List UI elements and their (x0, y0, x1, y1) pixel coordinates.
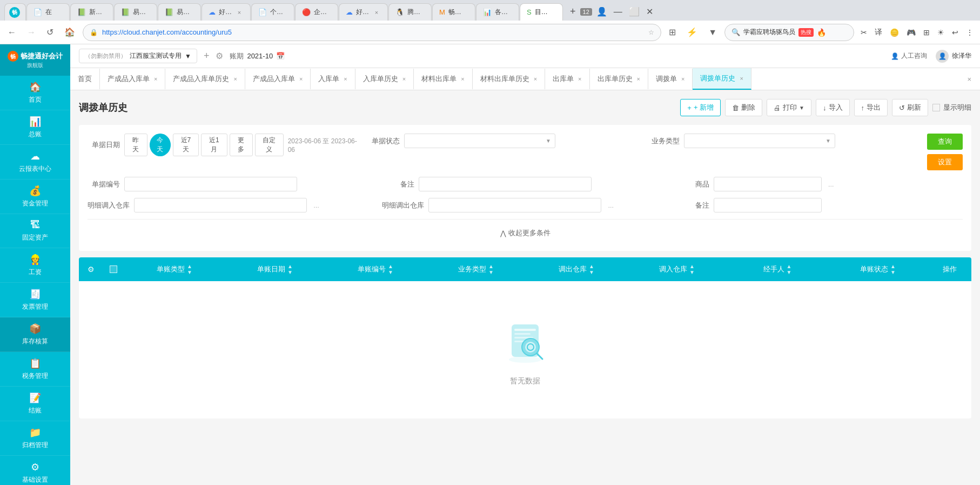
dropdown-button[interactable]: ▼ (705, 25, 720, 39)
translate-tool[interactable]: 译 (872, 25, 884, 39)
month-btn[interactable]: 近1月 (201, 134, 227, 156)
th-out-warehouse[interactable]: 调出仓库 ▲▼ (526, 263, 627, 275)
page-tab-out[interactable]: 出库单 × (545, 69, 589, 89)
browser-tab-3[interactable]: 📗 易… (114, 3, 157, 21)
page-tab-product-in-history[interactable]: 产成品入库单历史 × (165, 69, 245, 89)
browser-tab-10[interactable]: M 畅… (432, 3, 475, 21)
th-doc-status[interactable]: 单账状态 ▲▼ (828, 263, 928, 275)
goods-more-icon[interactable]: … (828, 181, 834, 188)
grid-tool[interactable]: ⊞ (921, 26, 932, 39)
sidebar-item-inventory[interactable]: 📦 库存核算 (0, 317, 70, 352)
page-tab-home[interactable]: 首页 (70, 69, 100, 89)
user-info[interactable]: 👤 徐泽华 (936, 50, 971, 63)
sidebar-item-salary[interactable]: 👷 工资 (0, 248, 70, 283)
page-tab-product-in2[interactable]: 产成品入库单 × (245, 69, 311, 89)
tab-close-8[interactable]: × (372, 8, 381, 17)
delete-button[interactable]: 🗑 删除 (725, 99, 762, 116)
tab-close-product-in[interactable]: × (154, 76, 157, 82)
home-button[interactable]: 🏠 (61, 25, 78, 39)
new-tab-button[interactable]: + (568, 5, 578, 18)
display-checkbox[interactable] (932, 104, 940, 111)
query-button[interactable]: 查询 (927, 134, 963, 150)
status-select[interactable] (404, 134, 555, 148)
tab-close-out-history[interactable]: × (637, 76, 640, 82)
sidebar-item-home[interactable]: 🏠 首页 (0, 76, 70, 110)
tab-count-badge[interactable]: 12 (580, 8, 592, 16)
org-selector[interactable]: （勿删勿禁用） 江西服宝测试专用 ▼ (79, 49, 197, 63)
page-tab-transfer[interactable]: 调拨单 × (648, 69, 693, 89)
new-button[interactable]: + + 新增 (680, 99, 721, 116)
detail-note-input[interactable] (714, 198, 822, 212)
more-btn[interactable]: 更多 (230, 134, 253, 156)
tab-nav-close[interactable]: × (963, 71, 976, 88)
extensions-button[interactable]: ⊞ (666, 25, 679, 39)
sidebar-item-ledger[interactable]: 📊 总账 (0, 110, 70, 145)
browser-tab-1[interactable]: 📄 在 (26, 3, 70, 21)
cut-tool[interactable]: ✂ (858, 26, 869, 39)
add-org-button[interactable]: + (204, 50, 210, 62)
biztype-select[interactable] (684, 134, 835, 148)
minimize-button[interactable]: — (612, 6, 625, 18)
game-tool[interactable]: 🎮 (904, 26, 918, 39)
browser-tab-6[interactable]: 📄 个… (251, 3, 294, 21)
browser-tab-2[interactable]: 📗 新… (70, 3, 113, 21)
settings-filter-button[interactable]: 设置 (927, 154, 963, 170)
header-checkbox[interactable] (110, 265, 117, 273)
reload-button[interactable]: ↺ (43, 25, 57, 39)
browser-tab-7[interactable]: 🔴 企… (295, 3, 338, 21)
import-button[interactable]: ↓ 导入 (816, 99, 850, 116)
tab-close-material-out-history[interactable]: × (534, 76, 537, 82)
collapse-button[interactable]: ⋀ 收起更多条件 (88, 224, 963, 242)
print-button[interactable]: 🖨 打印 ▼ (767, 99, 811, 116)
th-handler[interactable]: 经手人 ▲▼ (727, 263, 828, 275)
browser-tab-5[interactable]: ☁ 好… × (202, 3, 251, 21)
search-box[interactable]: 🔍 学霸应聘场驱鸟员 热搜 🔥 (724, 24, 854, 41)
export-button[interactable]: ↑ 导出 (854, 99, 888, 116)
coin-tool[interactable]: 🪙 (888, 26, 901, 39)
browser-tab-4[interactable]: 📗 易… (158, 3, 201, 21)
page-tab-in[interactable]: 入库单 × (311, 69, 355, 89)
maximize-button[interactable]: ⬜ (627, 5, 642, 18)
th-doc-date[interactable]: 单账日期 ▲▼ (225, 263, 325, 275)
service-button[interactable]: 👤 人工咨询 (891, 51, 927, 61)
back-button[interactable]: ← (4, 25, 19, 39)
th-doc-type[interactable]: 单账类型 ▲▼ (124, 263, 225, 275)
theme-tool[interactable]: ☀ (935, 26, 947, 39)
th-biz-type[interactable]: 业务类型 ▲▼ (426, 263, 526, 275)
forward-button[interactable]: → (24, 25, 39, 39)
tab-close-transfer-history[interactable]: × (740, 75, 743, 82)
tab-close-in[interactable]: × (344, 76, 347, 82)
page-tab-product-in[interactable]: 产成品入库单 × (100, 69, 165, 89)
profile-button[interactable]: 👤 (594, 5, 609, 18)
tab-close-in-history[interactable]: × (402, 76, 406, 82)
browser-tab-logo[interactable]: 畅 (4, 3, 26, 21)
sidebar-item-reports[interactable]: ☁ 云报表中心 (0, 145, 70, 180)
note-input[interactable] (419, 177, 592, 191)
menu-tool[interactable]: ⋮ (964, 26, 976, 39)
display-toggle[interactable]: 显示明细 (932, 103, 971, 112)
tab-close-transfer[interactable]: × (681, 76, 684, 82)
close-button[interactable]: ✕ (644, 5, 655, 18)
tab-close-out[interactable]: × (578, 76, 581, 82)
sidebar-item-archive[interactable]: 📁 归档管理 (0, 421, 70, 456)
org-settings-button[interactable]: ⚙ (216, 51, 223, 61)
detail-out-input[interactable] (428, 198, 601, 212)
week-btn[interactable]: 近7天 (173, 134, 199, 156)
page-tab-material-out-history[interactable]: 材料出库单历史 × (473, 69, 545, 89)
tab-close-material-out[interactable]: × (461, 76, 464, 82)
sidebar-item-close[interactable]: 📝 结账 (0, 387, 70, 421)
browser-tab-12[interactable]: S 目… (520, 3, 563, 21)
sidebar-item-settings[interactable]: ⚙ 基础设置 (0, 456, 70, 485)
th-checkbox[interactable] (103, 265, 124, 273)
browser-tab-9[interactable]: 🐧 腾… (388, 3, 432, 21)
page-tab-out-history[interactable]: 出库单历史 × (590, 69, 648, 89)
detail-in-input[interactable] (134, 198, 307, 212)
goods-input[interactable] (714, 177, 822, 191)
refresh-button[interactable]: ↺ 刷新 (892, 99, 928, 116)
sidebar-item-capital[interactable]: 💰 资金管理 (0, 180, 70, 214)
tab-close-product-in-history[interactable]: × (233, 76, 237, 82)
today-btn[interactable]: 今天 (150, 134, 171, 156)
browser-tab-11[interactable]: 📊 各… (476, 3, 519, 21)
history-tool[interactable]: ↩ (950, 26, 961, 39)
sidebar-item-tax[interactable]: 📋 税务管理 (0, 352, 70, 387)
